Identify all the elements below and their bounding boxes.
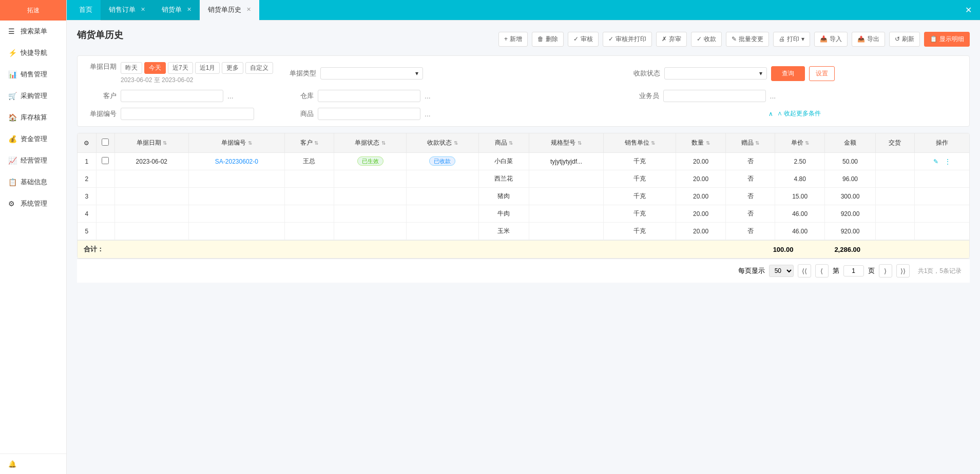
page-number-input[interactable] bbox=[843, 265, 864, 276]
settings-icon[interactable]: ⚙ bbox=[84, 140, 89, 147]
print-button[interactable]: 🖨 打印 ▾ bbox=[773, 32, 810, 47]
sidebar-item-purchase-mgmt[interactable]: 🛒 采购管理 bbox=[0, 85, 66, 107]
sidebar-item-search-menu[interactable]: ☰ 搜索菜单 bbox=[0, 21, 66, 42]
cell-doc-no bbox=[189, 223, 284, 240]
page-prev-btn[interactable]: ⟨ bbox=[815, 264, 829, 278]
customer-more-icon[interactable]: ... bbox=[227, 92, 234, 100]
show-detail-button[interactable]: 📋 显示明细 bbox=[924, 32, 970, 47]
export-button[interactable]: 📤 导出 bbox=[852, 32, 885, 47]
query-button[interactable]: 查询 bbox=[771, 66, 805, 81]
import-button[interactable]: 📥 导入 bbox=[814, 32, 848, 47]
tab-home[interactable]: 首页 bbox=[71, 0, 101, 21]
row-checkbox[interactable] bbox=[96, 188, 114, 205]
goods-input[interactable] bbox=[318, 108, 420, 120]
cell-unit: 千克 bbox=[604, 205, 676, 223]
tab-sales-goods-label: 销货单 bbox=[162, 5, 182, 14]
date-custom-btn[interactable]: 自定义 bbox=[245, 62, 273, 74]
doc-no-link[interactable]: SA-20230602-0 bbox=[215, 158, 258, 165]
delete-button[interactable]: 🗑 删除 bbox=[532, 32, 564, 47]
price-sort-icon[interactable]: ⇅ bbox=[805, 140, 809, 146]
page-size-select[interactable]: 50 bbox=[769, 265, 794, 277]
settings-button[interactable]: 设置 bbox=[809, 66, 835, 81]
warehouse-label: 仓库 bbox=[283, 91, 314, 101]
sidebar-item-sales-mgmt[interactable]: 📊 销售管理 bbox=[0, 64, 66, 85]
sidebar-item-base-info[interactable]: 📋 基础信息 bbox=[0, 171, 66, 193]
sidebar-item-label: 快捷导航 bbox=[21, 48, 47, 57]
tab-sales-history-close[interactable]: ✕ bbox=[246, 6, 251, 13]
page-next-btn[interactable]: ⟩ bbox=[879, 264, 892, 278]
sidebar-item-label: 系统管理 bbox=[21, 199, 47, 208]
page-first-btn[interactable]: ⟨⟨ bbox=[798, 264, 811, 278]
footer-total-amount: 2,286.00 bbox=[834, 246, 860, 253]
add-button[interactable]: + 新增 bbox=[498, 32, 528, 47]
qty-sort-icon[interactable]: ⇅ bbox=[706, 140, 710, 146]
col-settings[interactable]: ⚙ bbox=[78, 133, 96, 153]
cell-gift: 否 bbox=[725, 188, 775, 205]
warehouse-input[interactable] bbox=[318, 90, 420, 102]
select-all-checkbox[interactable] bbox=[102, 139, 109, 146]
doc-no-input[interactable] bbox=[121, 108, 254, 120]
sidebar-item-operations[interactable]: 📈 经营管理 bbox=[0, 150, 66, 171]
collapse-filter-btn[interactable]: ∧ ∧ 收起更多条件 bbox=[766, 107, 823, 120]
tab-close-all-btn[interactable]: ✕ bbox=[961, 5, 976, 15]
sidebar-item-inventory[interactable]: 🏠 库存核算 bbox=[0, 107, 66, 128]
page-last-btn[interactable]: ⟩⟩ bbox=[896, 264, 910, 278]
doc-status-sort-icon[interactable]: ⇅ bbox=[381, 140, 386, 146]
gift-sort-icon[interactable]: ⇅ bbox=[755, 140, 759, 146]
collect-button[interactable]: ✓ 收款 bbox=[691, 32, 722, 47]
cell-gift: 否 bbox=[725, 153, 775, 170]
audit-button[interactable]: ✓ 审核 bbox=[568, 32, 599, 47]
row-num: 3 bbox=[78, 188, 96, 205]
sidebar-item-quick-nav[interactable]: ⚡ 快捷导航 bbox=[0, 42, 66, 64]
date-more-btn[interactable]: 更多 bbox=[222, 62, 243, 74]
doc-date-sort-icon[interactable]: ⇅ bbox=[163, 140, 167, 146]
row-checkbox[interactable] bbox=[96, 205, 114, 223]
row-checkbox[interactable] bbox=[96, 170, 114, 188]
col-amount: 金额 bbox=[824, 133, 875, 153]
batch-change-button[interactable]: ✎ 批量变更 bbox=[726, 32, 769, 47]
sidebar-item-system-mgmt[interactable]: ⚙ 系统管理 bbox=[0, 193, 66, 214]
filter-row-1: 单据日期 昨天 今天 近7天 近1月 更多 自定义 2023-06-02 至 2… bbox=[86, 62, 961, 85]
sidebar-item-finance[interactable]: 💰 资金管理 bbox=[0, 128, 66, 150]
tab-sales-goods[interactable]: 销货单 ✕ bbox=[153, 0, 200, 21]
goods-sort-icon[interactable]: ⇅ bbox=[509, 140, 513, 146]
data-table: ⚙ 单据日期 ⇅ 单据编号 ⇅ bbox=[77, 133, 970, 259]
doc-type-select[interactable]: ▾ bbox=[320, 67, 423, 80]
goods-more-icon[interactable]: ... bbox=[425, 110, 431, 118]
tab-sales-order[interactable]: 销售订单 ✕ bbox=[101, 0, 153, 21]
unit-sort-icon[interactable]: ⇅ bbox=[651, 140, 655, 146]
customer-sort-icon[interactable]: ⇅ bbox=[314, 140, 318, 146]
row-select-checkbox[interactable] bbox=[102, 157, 109, 164]
page-content: 销货单历史 + 新增 🗑 删除 ✓ 审核 ✓ 审核并打印 bbox=[67, 21, 980, 474]
spec-sort-icon[interactable]: ⇅ bbox=[578, 140, 582, 146]
col-checkbox[interactable] bbox=[96, 133, 114, 153]
tab-sales-history[interactable]: 销货单历史 ✕ bbox=[200, 0, 259, 21]
cell-doc-no[interactable]: SA-20230602-0 bbox=[189, 153, 284, 170]
cell-payment-status bbox=[407, 205, 479, 223]
refresh-button[interactable]: ↺ 刷新 bbox=[889, 32, 920, 47]
page-unit: 页 bbox=[868, 266, 875, 275]
row-checkbox[interactable] bbox=[96, 223, 114, 240]
date-7days-btn[interactable]: 近7天 bbox=[168, 62, 193, 74]
customer-input[interactable] bbox=[121, 90, 223, 102]
page-total-info: 共1页，5条记录 bbox=[918, 267, 962, 275]
cell-price: 4.80 bbox=[775, 170, 825, 188]
customer-label: 客户 bbox=[86, 91, 117, 101]
date-1month-btn[interactable]: 近1月 bbox=[195, 62, 220, 74]
payment-status-sort-icon[interactable]: ⇅ bbox=[454, 140, 458, 146]
audit-print-button[interactable]: ✓ 审核并打印 bbox=[603, 32, 652, 47]
warehouse-more-icon[interactable]: ... bbox=[425, 92, 431, 100]
row-checkbox[interactable] bbox=[96, 153, 114, 170]
edit-action-btn[interactable]: ✎ bbox=[931, 158, 940, 165]
abandon-button[interactable]: ✗ 弃审 bbox=[656, 32, 687, 47]
salesperson-input[interactable] bbox=[663, 90, 766, 102]
date-today-btn[interactable]: 今天 bbox=[144, 62, 166, 74]
tab-sales-order-close[interactable]: ✕ bbox=[141, 6, 145, 13]
salesperson-more-icon[interactable]: ... bbox=[770, 92, 776, 100]
tab-sales-goods-close[interactable]: ✕ bbox=[187, 6, 191, 13]
doc-no-sort-icon[interactable]: ⇅ bbox=[248, 140, 252, 146]
more-action-btn[interactable]: ⋮ bbox=[943, 158, 953, 165]
sidebar-notify-btn[interactable]: 🔔 bbox=[0, 454, 66, 474]
payment-status-select[interactable]: ▾ bbox=[664, 67, 767, 80]
date-yesterday-btn[interactable]: 昨天 bbox=[121, 62, 142, 74]
